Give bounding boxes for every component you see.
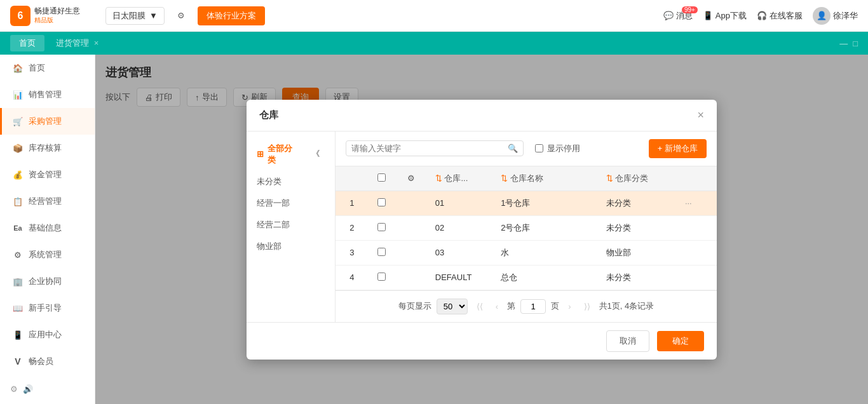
- cell-name: 2号仓库: [493, 215, 599, 240]
- sidebar-item-label: 资金管理: [29, 169, 62, 180]
- sidebar-item-label: 基础信息: [29, 222, 62, 234]
- th-check: [369, 166, 395, 191]
- user-button[interactable]: 👤 徐泽华: [813, 7, 858, 25]
- sidebar-item-guide[interactable]: 📖 新手引导: [0, 295, 95, 321]
- row-actions[interactable]: ···: [685, 198, 692, 208]
- cell-settings: [395, 265, 428, 290]
- sidebar-item-purchase[interactable]: 🛒 采购管理: [0, 108, 95, 135]
- modal-toolbar: 🔍 显示停用 + 新增仓库: [336, 131, 717, 166]
- prev-page-button[interactable]: ‹: [492, 300, 502, 313]
- sidebar-item-basic-info[interactable]: Ea 基础信息: [0, 215, 95, 241]
- sidebar-item-label: 首页: [29, 62, 45, 74]
- row-checkbox[interactable]: [377, 273, 386, 281]
- cell-no: 4: [336, 265, 369, 290]
- last-page-button[interactable]: ⟩⟩: [580, 300, 594, 313]
- page-number-input[interactable]: [520, 299, 546, 314]
- cell-check[interactable]: [369, 215, 395, 240]
- try-industry-button[interactable]: 体验行业方案: [198, 6, 265, 25]
- next-page-button[interactable]: ›: [564, 300, 574, 313]
- cell-actions: ···: [677, 191, 717, 215]
- row-checkbox[interactable]: [377, 248, 386, 256]
- cell-check[interactable]: [369, 240, 395, 265]
- modal-close-button[interactable]: ×: [697, 109, 704, 122]
- cancel-button[interactable]: 取消: [606, 330, 649, 352]
- enterprise-icon: 🏢: [12, 276, 24, 287]
- maximize-icon[interactable]: □: [853, 39, 858, 48]
- search-input[interactable]: [351, 144, 508, 153]
- minimize-icon[interactable]: —: [839, 39, 848, 48]
- basic-info-icon: Ea: [12, 222, 24, 234]
- cell-category: 未分类: [599, 265, 677, 290]
- cell-code: DEFAULT: [428, 265, 493, 290]
- first-page-button[interactable]: ⟨⟨: [473, 300, 487, 313]
- sort-icon: ⇅: [435, 173, 442, 183]
- page-suffix: 页: [551, 300, 559, 312]
- table-row[interactable]: 4 DEFAULT 总仓 未分类: [336, 265, 717, 290]
- settings-bottom-icon[interactable]: ⚙: [10, 384, 18, 394]
- show-disabled-checkbox[interactable]: [535, 144, 543, 152]
- sidebar-item-vip[interactable]: V 畅会员: [0, 348, 95, 375]
- company-selector[interactable]: 日太阳膜 ▼: [105, 7, 165, 25]
- cell-actions: [677, 265, 717, 290]
- sidebar-item-enterprise[interactable]: 🏢 企业协同: [0, 268, 95, 295]
- sidebar-item-label: 经营管理: [29, 196, 62, 207]
- vip-icon: V: [12, 356, 24, 367]
- table-row[interactable]: 1 01 1号仓库 未分类 ···: [336, 191, 717, 215]
- per-page-select[interactable]: 50: [437, 299, 468, 314]
- sidebar-item-home[interactable]: 🏠 首页: [0, 55, 95, 81]
- cat-item-dept1[interactable]: 经营一部: [247, 192, 335, 214]
- nav-tab-home[interactable]: 首页: [10, 35, 44, 51]
- tab-close-icon[interactable]: ×: [94, 38, 99, 48]
- confirm-button[interactable]: 确定: [657, 331, 704, 351]
- add-warehouse-button[interactable]: + 新增仓库: [649, 139, 707, 158]
- sidebar-item-sales[interactable]: 📊 销售管理: [0, 81, 95, 108]
- row-checkbox[interactable]: [377, 198, 386, 206]
- header-center: 日太阳膜 ▼ ⚙ 体验行业方案: [105, 6, 663, 26]
- logo-sub: 精品版: [34, 16, 80, 25]
- sidebar-item-inventory[interactable]: 📦 库存核算: [0, 135, 95, 161]
- cat-item-unclassified[interactable]: 未分类: [247, 171, 335, 192]
- collapse-button[interactable]: 《: [302, 144, 325, 165]
- speaker-icon[interactable]: 🔊: [23, 384, 33, 394]
- nav-tab-purchase[interactable]: 进货管理 ×: [47, 35, 107, 51]
- search-icon[interactable]: 🔍: [508, 144, 518, 153]
- logo-icon: 6: [10, 6, 31, 26]
- cat-item-dept2[interactable]: 经营二部: [247, 214, 335, 236]
- sidebar-item-finance[interactable]: 💰 资金管理: [0, 161, 95, 188]
- cat-item-all[interactable]: ⊞ 全部分类 《: [247, 138, 335, 171]
- avatar: 👤: [813, 7, 831, 25]
- finance-icon: 💰: [12, 169, 24, 180]
- modal-table: ⚙ ⇅ 仓库... ⇅ 仓库名称: [336, 166, 717, 290]
- cell-actions: [677, 240, 717, 265]
- category-sidebar: ⊞ 全部分类 《 未分类 经营一部 经营二部: [247, 131, 336, 322]
- cell-no: 2: [336, 215, 369, 240]
- settings-button[interactable]: ⚙: [171, 6, 191, 26]
- app-download-button[interactable]: 📱 App下载: [703, 10, 747, 22]
- cat-item-property[interactable]: 物业部: [247, 236, 335, 257]
- message-icon: 💬: [663, 11, 674, 20]
- th-no: [336, 166, 369, 191]
- gear-icon: ⚙: [177, 11, 185, 20]
- operation-icon: 📋: [12, 196, 24, 207]
- cell-name: 水: [493, 240, 599, 265]
- home-icon: 🏠: [12, 62, 24, 74]
- service-button[interactable]: 🎧 在线客服: [757, 10, 803, 22]
- table-row[interactable]: 3 03 水 物业部: [336, 240, 717, 265]
- sort-icon: ⇅: [606, 173, 613, 183]
- sidebar-item-system[interactable]: ⚙ 系统管理: [0, 241, 95, 268]
- cell-category: 未分类: [599, 215, 677, 240]
- table-row[interactable]: 2 02 2号仓库 未分类: [336, 215, 717, 240]
- sidebar-item-operation[interactable]: 📋 经营管理: [0, 188, 95, 215]
- table-body: 1 01 1号仓库 未分类 ··· 2 02 2号仓库 未分类 3 03 水 物…: [336, 191, 717, 290]
- cell-check[interactable]: [369, 191, 395, 215]
- row-checkbox[interactable]: [377, 223, 386, 231]
- message-button[interactable]: 💬 消息 99+: [663, 10, 693, 22]
- table-header-row: ⚙ ⇅ 仓库... ⇅ 仓库名称: [336, 166, 717, 191]
- cell-name: 1号仓库: [493, 191, 599, 215]
- logo-text: 畅捷通好生意: [34, 6, 80, 17]
- inventory-icon: 📦: [12, 142, 24, 154]
- sidebar-item-apps[interactable]: 📱 应用中心: [0, 321, 95, 348]
- sidebar-item-label: 畅会员: [29, 356, 53, 367]
- select-all-checkbox[interactable]: [377, 173, 386, 182]
- cell-check[interactable]: [369, 265, 395, 290]
